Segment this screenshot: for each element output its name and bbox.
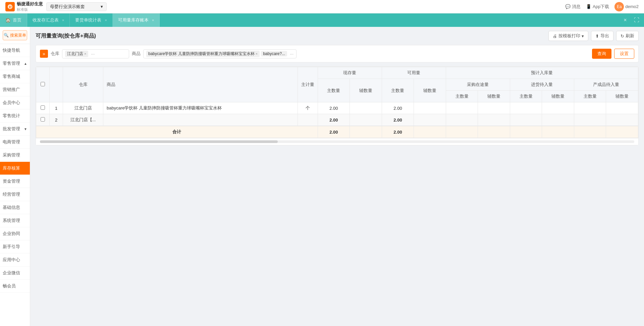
total-stock-main: 2.00 bbox=[318, 126, 350, 138]
sidebar-item-retail[interactable]: 零售管理 ▲ bbox=[0, 57, 30, 70]
row2-available-aux bbox=[414, 114, 446, 126]
logo-area: 好 畅捷通好生意 标准版 bbox=[5, 1, 43, 12]
th-available-group: 可用量 bbox=[382, 67, 446, 79]
total-purchase-main bbox=[446, 126, 478, 138]
tab-available-close[interactable]: × bbox=[152, 18, 154, 22]
warehouse-more-icon[interactable]: ··· bbox=[91, 51, 95, 56]
sidebar-item-quicknav[interactable]: 快捷导航 bbox=[0, 44, 30, 57]
chevron-down-icon: ▾ bbox=[582, 34, 584, 39]
chevron-down-icon: ▾ bbox=[101, 4, 103, 9]
home-icon: 🏠 bbox=[5, 18, 11, 23]
row1-unit: 个 bbox=[298, 102, 318, 114]
product-label: 商品 bbox=[132, 51, 141, 57]
message-icon: 💬 bbox=[565, 4, 571, 9]
tab-close-all-button[interactable]: × bbox=[621, 15, 630, 25]
row1-produced-aux bbox=[606, 102, 638, 114]
sidebar-item-wholesale[interactable]: 批发管理 ▼ bbox=[0, 123, 30, 136]
th-checkbox bbox=[36, 67, 50, 102]
sidebar-item-vip[interactable]: 畅会员 bbox=[0, 280, 30, 293]
total-stock-aux bbox=[350, 126, 382, 138]
table-footer bbox=[36, 138, 638, 145]
tab-order-close[interactable]: × bbox=[105, 18, 107, 22]
sidebar-search-area: 🔍 搜索菜单 bbox=[0, 27, 30, 44]
th-forecast-group: 预计入库量 bbox=[446, 67, 638, 79]
industry-selector[interactable]: 母婴行业演示账套 ▾ bbox=[46, 2, 107, 11]
sidebar: 🔍 搜索菜单 快捷导航 零售管理 ▲ 零售商城 营销推广 会员中心 零售统计 批… bbox=[0, 27, 30, 326]
tab-order[interactable]: 要货单统计表 × bbox=[70, 13, 112, 27]
tab-maximize-button[interactable]: ⛶ bbox=[632, 15, 641, 25]
sidebar-item-purchase[interactable]: 采购管理 bbox=[0, 149, 30, 162]
refresh-button[interactable]: ↻ 刷新 bbox=[616, 31, 639, 41]
total-incoming-aux bbox=[542, 126, 574, 138]
sidebar-item-basic[interactable]: 基础信息 bbox=[0, 201, 30, 214]
warehouse-tag: 江北门店 × bbox=[65, 51, 88, 57]
row2-check[interactable] bbox=[41, 117, 45, 122]
th-incoming-aux: 辅数量 bbox=[542, 91, 574, 102]
total-purchase-aux bbox=[478, 126, 510, 138]
row1-available-aux bbox=[414, 102, 446, 114]
filter-actions: 查询 设置 bbox=[592, 49, 634, 59]
search-menu-button[interactable]: 🔍 搜索菜单 bbox=[3, 30, 27, 40]
print-icon: 🖨 bbox=[553, 34, 557, 39]
row2-purchase-main bbox=[446, 114, 478, 126]
logo-text: 畅捷通好生意 标准版 bbox=[17, 1, 43, 12]
print-button[interactable]: 🖨 按模板打印 ▾ bbox=[548, 31, 588, 41]
row1-produced-main bbox=[574, 102, 606, 114]
refresh-icon: ↻ bbox=[621, 34, 624, 39]
sidebar-item-appcenter[interactable]: 应用中心 bbox=[0, 253, 30, 267]
tab-home[interactable]: 🏠 首页 bbox=[0, 13, 27, 27]
product-more-icon[interactable]: ··· bbox=[290, 51, 293, 56]
sidebar-item-finance[interactable]: 资金管理 bbox=[0, 175, 30, 188]
warehouse-filter-input[interactable]: 江北门店 × ··· bbox=[62, 49, 129, 58]
tab-income[interactable]: 收发存汇总表 × bbox=[27, 13, 70, 27]
horizontal-scrollbar[interactable] bbox=[40, 140, 634, 143]
th-warehouse: 仓库 bbox=[63, 67, 103, 102]
select-all-checkbox[interactable] bbox=[41, 82, 45, 86]
sidebar-item-member[interactable]: 会员中心 bbox=[0, 96, 30, 109]
app-icon: 📱 bbox=[586, 4, 591, 9]
table-row: 2 江北门店【... 2.00 2.00 bbox=[36, 114, 638, 126]
sidebar-item-operations[interactable]: 经营管理 bbox=[0, 188, 30, 201]
row2-unit bbox=[298, 114, 318, 126]
th-incoming-main: 主数量 bbox=[510, 91, 542, 102]
query-button[interactable]: 查询 bbox=[592, 49, 611, 59]
sidebar-item-enterprise[interactable]: 企业协同 bbox=[0, 227, 30, 240]
th-num bbox=[50, 67, 63, 102]
sidebar-item-marketing[interactable]: 营销推广 bbox=[0, 83, 30, 96]
sidebar-item-wecom[interactable]: 企业微信 bbox=[0, 267, 30, 280]
row1-warehouse: 江北门店 bbox=[63, 102, 103, 114]
message-button[interactable]: 💬 消息 bbox=[565, 4, 581, 10]
top-bar-left: 好 畅捷通好生意 标准版 母婴行业演示账套 ▾ bbox=[5, 1, 107, 12]
content-area: 可用量查询(按仓库+商品) 🖨 按模板打印 ▾ ⬆ 导出 ↻ 刷新 bbox=[30, 27, 644, 326]
sidebar-item-retail-stats[interactable]: 零售统计 bbox=[0, 109, 30, 123]
page-actions: 🖨 按模板打印 ▾ ⬆ 导出 ↻ 刷新 bbox=[548, 31, 639, 41]
tab-available[interactable]: 可用量库存账本 × bbox=[113, 13, 160, 27]
warehouse-tag-close[interactable]: × bbox=[84, 52, 86, 56]
sidebar-item-retail-mall[interactable]: 零售商城 bbox=[0, 70, 30, 83]
main-layout: 🔍 搜索菜单 快捷导航 零售管理 ▲ 零售商城 营销推广 会员中心 零售统计 批… bbox=[0, 27, 644, 326]
total-row: 合计 2.00 2.00 bbox=[36, 126, 638, 138]
page-content: 可用量查询(按仓库+商品) 🖨 按模板打印 ▾ ⬆ 导出 ↻ 刷新 bbox=[30, 27, 644, 149]
row1-incoming-main bbox=[510, 102, 542, 114]
export-icon: ⬆ bbox=[595, 34, 599, 39]
sidebar-item-system[interactable]: 系统管理 bbox=[0, 214, 30, 227]
product-tag-extra: babycare?... bbox=[261, 51, 287, 56]
search-icon: 🔍 bbox=[4, 33, 9, 38]
product-tag-close[interactable]: × bbox=[256, 52, 258, 56]
sidebar-item-inventory[interactable]: 库存核算 bbox=[0, 162, 30, 175]
settings-button[interactable]: 设置 bbox=[614, 49, 634, 59]
sidebar-item-ecommerce[interactable]: 电商管理 bbox=[0, 136, 30, 149]
user-menu[interactable]: Ea demo2 bbox=[614, 2, 639, 11]
sidebar-item-newbie[interactable]: 新手引导 bbox=[0, 240, 30, 253]
product-filter-input[interactable]: babycare学饮杯 儿童防摔防撞吸管杯重力球吸嘴杯宝宝水杯 × babyca… bbox=[143, 49, 297, 58]
row2-checkbox[interactable] bbox=[36, 114, 50, 126]
tab-income-close[interactable]: × bbox=[62, 18, 64, 22]
th-stock-aux: 辅数量 bbox=[350, 79, 382, 102]
filter-expand-button[interactable]: » bbox=[40, 50, 48, 58]
row2-stock-aux bbox=[350, 114, 382, 126]
app-download-button[interactable]: 📱 App下载 bbox=[586, 4, 609, 10]
row1-checkbox[interactable] bbox=[36, 102, 50, 114]
row2-produced-main bbox=[574, 114, 606, 126]
export-button[interactable]: ⬆ 导出 bbox=[591, 31, 613, 41]
row1-check[interactable] bbox=[41, 105, 45, 110]
